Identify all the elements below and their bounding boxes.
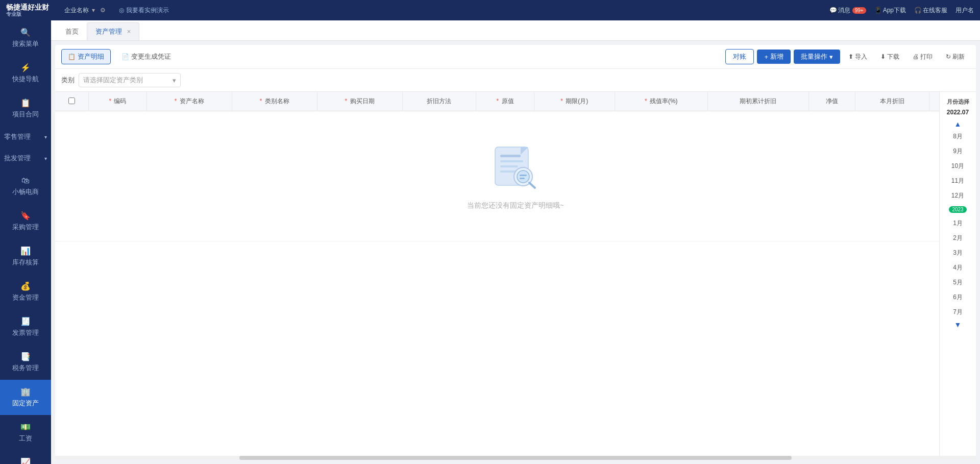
col-net-value-label: 净值 [826, 97, 838, 105]
month-item-12[interactable]: 12月 [940, 188, 976, 203]
sub-tab-voucher[interactable]: 📄 变更生成凭证 [115, 49, 178, 64]
ecommerce-icon: 🛍 [21, 176, 30, 185]
filter-dropdown-icon: ▾ [173, 77, 176, 84]
svg-rect-8 [520, 175, 527, 176]
table-body: 当前您还没有固定资产明细哦~ [55, 111, 976, 241]
download-button[interactable]: ⬇ 下载 [875, 50, 904, 64]
required-star: * [560, 97, 563, 105]
category-filter[interactable]: 请选择固定资产类别 ▾ [79, 73, 181, 87]
month-item-10[interactable]: 10月 [940, 159, 976, 174]
tab-home[interactable]: 首页 [57, 23, 87, 40]
sidebar-item-fixed-assets[interactable]: 🏢 固定资产 [0, 380, 51, 415]
app-edition: 专业版 [6, 11, 49, 17]
import-button[interactable]: ⬆ 导入 [843, 50, 872, 64]
tab-home-label: 首页 [65, 28, 79, 35]
user-name[interactable]: 用户名 [955, 6, 974, 15]
sidebar-label-quick-nav: 快捷导航 [12, 75, 39, 84]
select-all-checkbox[interactable] [68, 97, 75, 104]
tab-asset-management[interactable]: 资产管理 × [87, 22, 139, 40]
add-icon: + [764, 53, 768, 61]
company-name: 企业名称 [64, 6, 89, 15]
required-star: * [497, 97, 499, 105]
horizontal-scrollbar[interactable] [55, 456, 976, 460]
download-label: 下载 [887, 53, 899, 61]
month-item-11[interactable]: 11月 [940, 174, 976, 188]
month-item-5[interactable]: 5月 [940, 275, 976, 290]
sidebar-item-salary[interactable]: 💵 工资 [0, 415, 51, 450]
demo-link[interactable]: ◎ 我要看实例演示 [119, 6, 169, 15]
sidebar-item-project-contract[interactable]: 📋 项目合同 [0, 91, 51, 126]
month-item-2[interactable]: 2月 [940, 231, 976, 246]
finance-icon: 💰 [20, 281, 31, 291]
voucher-tab-icon: 📄 [121, 53, 129, 60]
invoice-icon: 🧾 [20, 316, 31, 326]
sidebar-label-wholesale: 批发管理 [4, 154, 31, 163]
month-item-3[interactable]: 3月 [940, 246, 976, 260]
import-icon: ⬆ [848, 53, 853, 60]
col-code-label: 编码 [114, 97, 126, 105]
sidebar-item-inventory[interactable]: 📊 库存核算 [0, 239, 51, 274]
settings-icon[interactable]: ⚙ [100, 7, 106, 14]
col-asset-name: * 资产名称 [146, 92, 232, 111]
add-label: 新增 [770, 52, 783, 61]
col-net-value: 净值 [808, 92, 855, 111]
col-category-name: * 类别名称 [232, 92, 317, 111]
refresh-label: 刷新 [952, 53, 965, 61]
month-item-9[interactable]: 9月 [940, 144, 976, 159]
month-item-6[interactable]: 6月 [940, 290, 976, 305]
online-service-label: 在线客服 [923, 6, 947, 15]
tax-icon: 📑 [20, 352, 31, 361]
reconcile-button[interactable]: 对账 [725, 49, 754, 64]
month-down-btn[interactable]: ▼ [953, 320, 963, 330]
add-button[interactable]: + 新增 [757, 50, 791, 64]
col-purchase-date-label: 购买日期 [350, 97, 375, 105]
sub-tab-asset-detail[interactable]: 📋 资产明细 [61, 49, 111, 64]
month-up-btn[interactable]: ▲ [953, 119, 963, 129]
col-monthly-dep: 本月折旧 [855, 92, 929, 111]
message-action[interactable]: 💬 消息 99+ [829, 6, 866, 15]
month-item-7[interactable]: 7月 [940, 305, 976, 320]
col-depreciation-method: 折旧方法 [402, 92, 476, 111]
month-item-1[interactable]: 1月 [940, 216, 976, 231]
table-month-container: * 编码 * 资产名称 * 类别名称 [55, 92, 976, 456]
sidebar-item-invoice[interactable]: 🧾 发票管理 [0, 309, 51, 345]
sidebar-item-ecommerce[interactable]: 🛍 小畅电商 [0, 169, 51, 204]
sidebar-item-retail[interactable]: 零售管理 ▾ [0, 126, 51, 148]
tab-close-icon[interactable]: × [127, 28, 131, 35]
col-depreciation-method-label: 折旧方法 [427, 97, 451, 105]
sidebar-item-wholesale[interactable]: 批发管理 ▾ [0, 148, 51, 169]
refresh-button[interactable]: ↻ 刷新 [941, 50, 970, 64]
sidebar-item-finance[interactable]: 💰 资金管理 [0, 274, 51, 309]
company-selector[interactable]: 企业名称 ▾ ⚙ [64, 6, 106, 15]
message-badge: 99+ [852, 7, 866, 14]
sidebar-item-search[interactable]: 🔍 搜索菜单 [0, 20, 51, 56]
sidebar-item-purchase[interactable]: 🔖 采购管理 [0, 204, 51, 239]
month-item-4[interactable]: 4月 [940, 260, 976, 275]
svg-rect-1 [500, 155, 521, 157]
col-period: * 期限(月) [534, 92, 615, 111]
sidebar: 🔍 搜索菜单 ⚡ 快捷导航 📋 项目合同 零售管理 ▾ 批发管理 ▾ 🛍 小畅电… [0, 20, 51, 464]
asset-detail-tab-icon: 📋 [68, 53, 76, 60]
page-content: 📋 资产明细 📄 变更生成凭证 对账 + 新增 批量操作 ▾ [55, 45, 976, 460]
month-item-8[interactable]: 8月 [940, 129, 976, 144]
svg-rect-3 [500, 165, 518, 167]
dropdown-icon: ▾ [92, 7, 95, 14]
col-asset-name-label: 资产名称 [180, 97, 204, 105]
app-download-action[interactable]: 📱 App下载 [874, 6, 906, 15]
top-bar: 畅捷通好业财 专业版 企业名称 ▾ ⚙ ◎ 我要看实例演示 💬 消息 99+ 📱… [0, 0, 980, 20]
sidebar-item-quick-nav[interactable]: ⚡ 快捷导航 [0, 56, 51, 91]
print-icon: 🖨 [913, 53, 919, 60]
print-button[interactable]: 🖨 打印 [908, 50, 938, 64]
col-original-value: * 原值 [476, 92, 534, 111]
online-service-action[interactable]: 🎧 在线客服 [914, 6, 947, 15]
sidebar-label-salary: 工资 [19, 434, 32, 443]
sidebar-item-operations[interactable]: 📈 经营管理 [0, 450, 51, 464]
col-residual-rate-label: 残值率(%) [650, 97, 678, 105]
message-icon: 💬 [829, 7, 837, 14]
table-container: * 编码 * 资产名称 * 类别名称 [55, 92, 976, 456]
required-star: * [175, 97, 177, 105]
sidebar-item-tax[interactable]: 📑 税务管理 [0, 345, 51, 380]
scrollbar-thumb [239, 456, 792, 460]
month-panel-title: 月份选择 [947, 96, 969, 108]
batch-operation-button[interactable]: 批量操作 ▾ [794, 50, 840, 64]
